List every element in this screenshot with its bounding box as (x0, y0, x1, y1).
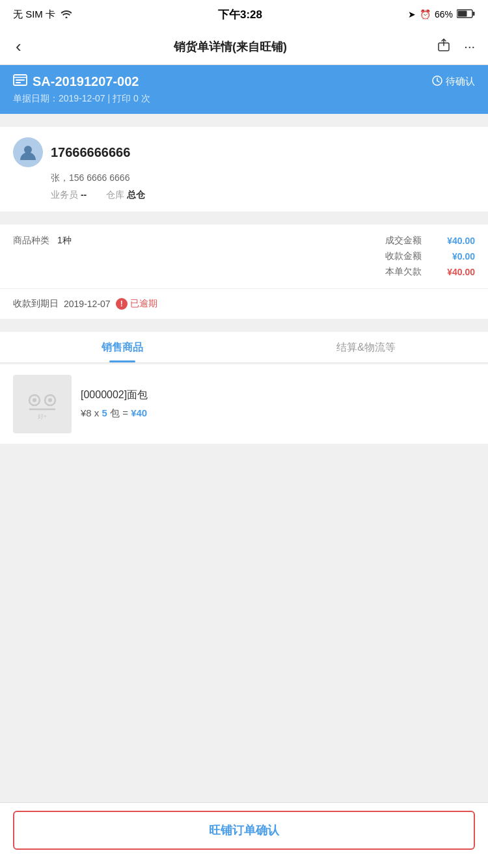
status-icons: ➤ ⏰ 66% (408, 9, 475, 20)
battery-text: 66% (435, 9, 453, 20)
alarm-icon: ⏰ (420, 9, 431, 20)
order-header: SA-20191207-002 待确认 单据日期：2019-12-07 | 打印… (0, 65, 488, 114)
tab-settlement[interactable]: 结算&物流等 (244, 332, 488, 362)
tab-products[interactable]: 销售商品 (0, 332, 244, 362)
product-list: 好+ [0000002]面包 ¥8 x 5 包 = ¥40 (0, 364, 488, 444)
customer-name: 张，156 6666 6666 (51, 172, 475, 184)
product-total: ¥40 (131, 407, 147, 418)
order-icon (13, 74, 27, 89)
customer-phone: 17666666666 (51, 145, 130, 160)
product-type-row: 商品种类 1种 (13, 235, 72, 247)
product-qty: 5 (102, 407, 107, 418)
status-time: 下午3:28 (218, 7, 262, 22)
summary-card: 商品种类 1种 成交金额 ¥40.00 收款金额 ¥0.00 本单欠款 ¥40.… (0, 224, 488, 288)
status-bar: 无 SIM 卡 下午3:28 ➤ ⏰ 66% (0, 0, 488, 29)
status-carrier-wifi: 无 SIM 卡 (13, 8, 72, 21)
svg-point-11 (33, 398, 36, 402)
customer-card: 17666666666 张，156 6666 6666 业务员 -- 仓库 总仓 (0, 127, 488, 211)
salesperson-label: 业务员 -- (51, 189, 87, 201)
product-price-row: ¥8 x 5 包 = ¥40 (81, 407, 475, 420)
svg-rect-2 (457, 10, 467, 16)
bottom-bar: 旺铺订单确认 (0, 802, 488, 868)
tab-bar: 销售商品 结算&物流等 (0, 332, 488, 363)
list-item: 好+ [0000002]面包 ¥8 x 5 包 = ¥40 (0, 364, 488, 444)
carrier-text: 无 SIM 卡 (13, 8, 55, 21)
product-info: [0000002]面包 ¥8 x 5 包 = ¥40 (81, 375, 475, 433)
overdue-badge: ! 已逾期 (116, 298, 157, 310)
due-date-value: 2019-12-07 (64, 299, 111, 309)
wifi-icon (61, 9, 72, 20)
due-date-label: 收款到期日 (13, 298, 59, 310)
product-name: [0000002]面包 (81, 388, 475, 402)
confirm-order-button[interactable]: 旺铺订单确认 (13, 811, 475, 850)
financial-summary: 成交金额 ¥40.00 收款金额 ¥0.00 本单欠款 ¥40.00 (385, 235, 475, 278)
customer-avatar (13, 137, 43, 167)
overdue-icon: ! (116, 298, 128, 310)
battery-icon (457, 9, 475, 20)
svg-point-12 (48, 398, 52, 402)
svg-rect-1 (472, 12, 474, 16)
nav-bar: ‹ 销货单详情(来自旺铺) ··· (0, 29, 488, 65)
divider-3 (0, 319, 488, 325)
page-title: 销货单详情(来自旺铺) (174, 39, 287, 55)
divider-2 (0, 211, 488, 218)
share-button[interactable] (434, 35, 454, 58)
divider-1 (0, 114, 488, 120)
nav-actions: ··· (434, 35, 478, 58)
status-clock-icon (432, 75, 442, 88)
back-button[interactable]: ‹ (10, 31, 27, 62)
svg-text:好+: 好+ (38, 413, 47, 420)
order-status: 待确认 (432, 75, 475, 88)
empty-area (0, 444, 488, 575)
more-button[interactable]: ··· (461, 36, 478, 57)
order-id: SA-20191207-002 (13, 74, 139, 89)
location-icon: ➤ (408, 9, 416, 20)
svg-rect-5 (16, 79, 25, 81)
due-date-row: 收款到期日 2019-12-07 ! 已逾期 (0, 289, 488, 319)
product-thumbnail: 好+ (13, 375, 72, 433)
svg-rect-6 (16, 82, 21, 83)
overdue-text: 已逾期 (130, 298, 157, 310)
order-date: 单据日期：2019-12-07 | 打印 0 次 (13, 93, 475, 105)
warehouse-label: 仓库 总仓 (106, 189, 145, 201)
customer-meta: 业务员 -- 仓库 总仓 (51, 189, 475, 201)
product-price: ¥8 (81, 407, 92, 418)
